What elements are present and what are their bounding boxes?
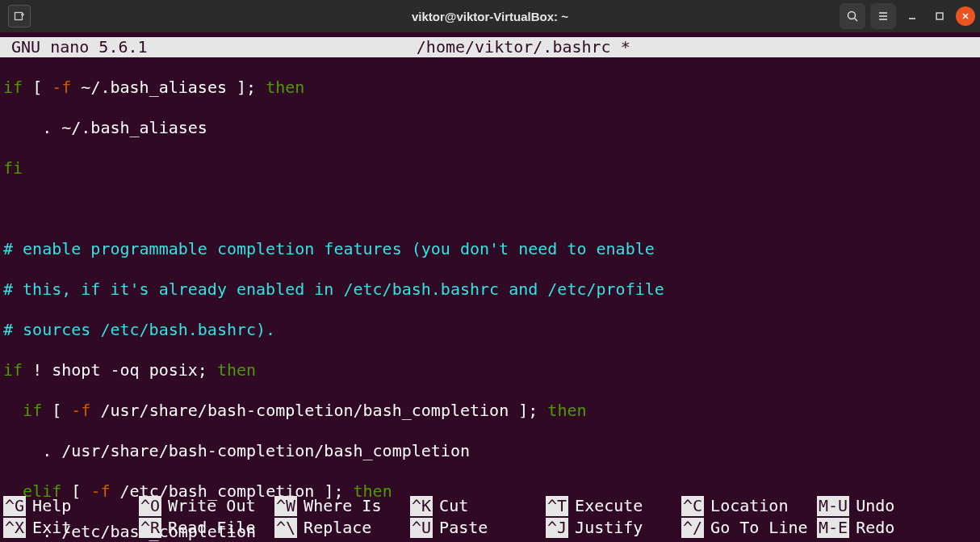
window-title: viktor@viktor-VirtualBox: ~ (412, 6, 568, 27)
shortcut-row: ^XExit ^RRead File ^\Replace ^UPaste ^JJ… (3, 517, 977, 539)
nano-filepath: /home/viktor/.bashrc * (417, 37, 630, 57)
shortcut-help[interactable]: ^GHelp (3, 496, 139, 516)
svg-rect-9 (936, 13, 943, 19)
code-line (3, 199, 977, 219)
nano-shortcut-bar: ^GHelp ^OWrite Out ^WWhere Is ^KCut ^TEx… (0, 495, 980, 542)
shortcut-justify[interactable]: ^JJustify (546, 518, 681, 538)
code-line: # sources /etc/bash.bashrc). (3, 320, 977, 340)
nano-version: GNU nano 5.6.1 (11, 37, 148, 57)
shortcut-undo[interactable]: M-UUndo (817, 496, 953, 516)
code-line: if [ -f ~/.bash_aliases ]; then (3, 78, 977, 98)
code-line: if [ -f /usr/share/bash-completion/bash_… (3, 401, 977, 421)
hamburger-menu-button[interactable] (870, 3, 896, 29)
shortcut-whereis[interactable]: ^WWhere Is (274, 496, 410, 516)
shortcut-exit[interactable]: ^XExit (3, 518, 139, 538)
shortcut-redo[interactable]: M-ERedo (817, 518, 953, 538)
svg-point-3 (848, 12, 856, 19)
code-line: # enable programmable completion feature… (3, 239, 977, 259)
shortcut-replace[interactable]: ^\Replace (274, 518, 410, 538)
code-line: # this, if it's already enabled in /etc/… (3, 279, 977, 300)
shortcut-location[interactable]: ^CLocation (681, 496, 817, 516)
nano-header: GNU nano 5.6.1 /home/viktor/.bashrc * (0, 37, 980, 57)
shortcut-execute[interactable]: ^TExecute (546, 496, 681, 516)
shortcut-writeout[interactable]: ^OWrite Out (139, 496, 274, 516)
editor-area[interactable]: if [ -f ~/.bash_aliases ]; then . ~/.bas… (0, 57, 980, 542)
new-tab-button[interactable] (8, 5, 31, 27)
minimize-button[interactable] (901, 5, 923, 27)
close-button[interactable] (956, 6, 975, 26)
code-line: . ~/.bash_aliases (3, 118, 977, 138)
shortcut-paste[interactable]: ^UPaste (410, 518, 546, 538)
maximize-button[interactable] (928, 5, 951, 27)
window-titlebar: viktor@viktor-VirtualBox: ~ (0, 0, 980, 32)
shortcut-gotoline[interactable]: ^/Go To Line (681, 518, 817, 538)
svg-rect-0 (15, 13, 23, 20)
code-line: if ! shopt -oq posix; then (3, 360, 977, 380)
search-button[interactable] (840, 3, 865, 29)
svg-line-4 (855, 19, 858, 22)
code-line: fi (3, 158, 977, 179)
shortcut-cut[interactable]: ^KCut (410, 496, 546, 516)
shortcut-row: ^GHelp ^OWrite Out ^WWhere Is ^KCut ^TEx… (3, 495, 977, 517)
shortcut-readfile[interactable]: ^RRead File (139, 518, 274, 538)
code-line: . /usr/share/bash-completion/bash_comple… (3, 441, 977, 461)
